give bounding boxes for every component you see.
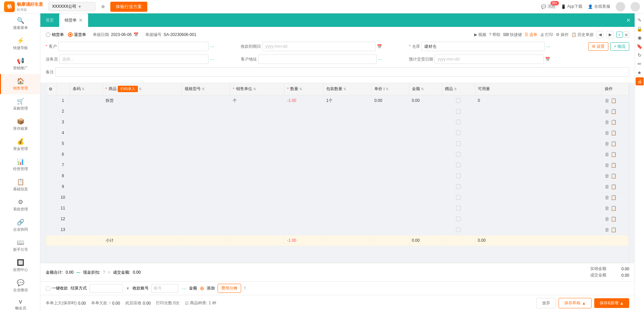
gift-checkbox-5[interactable] <box>456 141 461 146</box>
delete-icon-7[interactable]: 🗑 <box>605 162 609 168</box>
barcode-cell-2[interactable] <box>70 106 103 117</box>
sidebar-item-inventory[interactable]: 📦 库存核算 <box>0 114 40 134</box>
gift-checkbox-9[interactable] <box>456 184 461 189</box>
company-selector[interactable]: XXXXXX公司 ▼ <box>48 2 96 11</box>
gift-checkbox-2[interactable] <box>456 109 461 114</box>
delete-icon-10[interactable]: 🗑 <box>605 195 609 200</box>
settlement-input[interactable] <box>89 284 123 293</box>
arrears-info-icon[interactable]: ? <box>109 301 111 305</box>
copy-icon-8[interactable]: 📋 <box>611 173 616 179</box>
close-panel-icon[interactable]: ✕ <box>626 17 631 24</box>
date-calendar-icon[interactable]: 📅 <box>134 32 139 37</box>
account-dots-icon[interactable]: ··· <box>182 286 186 291</box>
scan-barcode-button[interactable]: 扫码录入 <box>118 86 138 92</box>
sidebar-item-appcenter[interactable]: 🔲 应用中心 <box>0 256 40 276</box>
gift-checkbox-4[interactable] <box>456 130 461 135</box>
delete-icon-4[interactable]: 🗑 <box>605 130 609 135</box>
rp-icon-1[interactable]: ✎ <box>636 16 644 24</box>
gift-checkbox-11[interactable] <box>456 206 461 210</box>
draft-dropdown-icon[interactable]: ▲ <box>582 301 586 306</box>
copy-icon-1[interactable]: 📋 <box>611 98 616 103</box>
tab-home[interactable]: 首页 <box>40 13 59 27</box>
sidebar-item-collab[interactable]: 🔗 企业协同 <box>0 215 40 235</box>
sidebar-item-system[interactable]: ⚙ 系统管理 <box>0 195 40 215</box>
rp-icon-4[interactable]: 🔖 <box>636 42 644 50</box>
radio-return-order[interactable]: 退货单 <box>68 32 86 38</box>
unit-cell-2[interactable] <box>230 106 285 117</box>
salesperson-select-icon[interactable]: ··· <box>210 56 214 62</box>
dropdown-icon-settlement[interactable]: ▼ <box>126 286 130 291</box>
avatar[interactable] <box>616 2 625 11</box>
tab-close-icon[interactable]: ✕ <box>79 17 83 23</box>
sidebar-item-finance[interactable]: 💰 资金管理 <box>0 134 40 155</box>
setup-button[interactable]: ⚙ 设置 <box>588 42 608 51</box>
rp-icon-3[interactable]: ◉ <box>636 34 644 42</box>
rp-icon-7[interactable]: ★ <box>636 69 644 77</box>
avatar2[interactable] <box>631 2 640 11</box>
one-click-cb[interactable] <box>46 286 50 291</box>
delete-icon-8[interactable]: 🗑 <box>605 173 609 179</box>
gift-sort-icon[interactable]: ⇅ <box>454 87 457 91</box>
copy-icon-10[interactable]: 📋 <box>611 195 616 200</box>
spec-sort-icon[interactable]: ⇅ <box>202 87 204 91</box>
select-btn[interactable]: ☰ 选单 <box>525 32 537 38</box>
add-payment-icon[interactable]: ⊕ <box>200 285 204 291</box>
gift-checkbox-13[interactable] <box>456 227 461 232</box>
receive-date-input[interactable]: yyyy-mm-dd <box>262 42 376 51</box>
help-btn[interactable]: ? 帮助 <box>489 32 500 38</box>
save-new-button[interactable]: 保存&新增 ▲ <box>594 298 629 308</box>
sidebar-item-marketing[interactable]: 📢 营销推广 <box>0 54 40 74</box>
copy-icon-11[interactable]: 📋 <box>611 205 616 211</box>
gift-checkbox-1[interactable] <box>456 98 461 103</box>
sidebar-item-operations[interactable]: 📊 经营管理 <box>0 155 40 175</box>
copy-icon-3[interactable]: 📋 <box>611 119 616 125</box>
qty-sort-icon[interactable]: ⇅ <box>299 87 302 91</box>
sidebar-item-sales[interactable]: 🏠 销售管理 <box>0 74 40 94</box>
print-btn[interactable]: 🖨 打印 <box>540 32 553 38</box>
delete-icon-9[interactable]: 🗑 <box>605 184 609 189</box>
pack-qty-cell-1[interactable]: 1个 <box>323 95 371 106</box>
pack-qty-cell-2[interactable] <box>323 106 371 117</box>
unit-cell-1[interactable]: 个 <box>230 95 285 106</box>
settings-icon[interactable]: ⚙ <box>98 2 108 11</box>
copy-icon-5[interactable]: 📋 <box>611 141 616 146</box>
tab-sales-order[interactable]: 销货单 ✕ <box>59 13 88 27</box>
warehouse-select-icon[interactable]: ··· <box>546 44 550 49</box>
rp-icon-5[interactable]: ↻ <box>636 51 644 59</box>
message-icon-btn[interactable]: 💬 消息 99+ <box>541 4 556 9</box>
pack-sort-icon[interactable]: ⇅ <box>343 87 346 91</box>
price-cell-1[interactable]: 0.00 <box>372 95 409 106</box>
salesperson-input[interactable]: 选择... <box>59 54 209 64</box>
delete-icon-6[interactable]: 🗑 <box>605 152 609 157</box>
save-new-dropdown-icon[interactable]: ▲ <box>620 301 624 306</box>
rp-icon-8[interactable]: 🖨 <box>636 77 644 85</box>
expense-split-button[interactable]: 费用分摊 <box>218 284 241 293</box>
gift-checkbox-6[interactable] <box>456 152 461 157</box>
spec-cell-2[interactable] <box>182 106 230 117</box>
customer-select-icon[interactable]: ··· <box>210 44 214 49</box>
operation-btn[interactable]: ⚙ 操作 <box>556 32 569 38</box>
list-view-icon[interactable]: ⊞ <box>623 32 629 38</box>
unit-sort-icon[interactable]: ⇅ <box>253 87 256 91</box>
logistics-button[interactable]: + 物流 <box>610 42 629 51</box>
sidebar-item-basic-info[interactable]: 📋 基础信息 <box>0 175 40 195</box>
delivery-date-input[interactable]: yyyy-mm-dd <box>434 54 544 64</box>
copy-icon-7[interactable]: 📋 <box>611 162 616 168</box>
gift-checkbox-3[interactable] <box>456 120 461 124</box>
delivery-date-calendar-icon[interactable]: 📅 <box>545 57 550 62</box>
amount-sort-icon[interactable]: ⇅ <box>421 87 424 91</box>
prev-record-btn[interactable]: ◀ <box>596 31 604 38</box>
sidebar-item-purchase[interactable]: 🛒 采购管理 <box>0 94 40 114</box>
barcode-sort-icon[interactable]: ⇅ <box>82 87 84 91</box>
copy-icon-4[interactable]: 📋 <box>611 130 616 135</box>
notes-input[interactable] <box>55 67 629 77</box>
warehouse-input[interactable]: 建材仓 <box>421 42 545 51</box>
delete-icon-2[interactable]: 🗑 <box>605 109 609 114</box>
price-cell-2[interactable] <box>372 106 409 117</box>
sidebar-item-guide[interactable]: 📖 新手引导 <box>0 235 40 256</box>
gift-checkbox-12[interactable] <box>456 217 461 221</box>
customer-input[interactable] <box>58 42 209 51</box>
radio-sales-order[interactable]: 销货单 <box>46 32 64 38</box>
next-record-btn[interactable]: ▶ <box>606 31 614 38</box>
save-draft-button[interactable]: 保存草稿 ▲ <box>559 298 592 308</box>
